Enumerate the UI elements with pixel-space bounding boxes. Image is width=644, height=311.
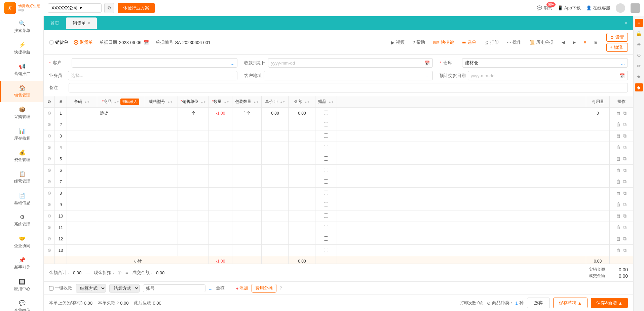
row-amount-cell[interactable] <box>289 199 315 210</box>
row-copy-button[interactable]: ⧉ <box>622 178 627 185</box>
expected-date-calendar-icon[interactable]: 📅 <box>619 73 625 78</box>
sidebar-item-wechat[interactable]: 💬 企业微信 <box>0 296 43 311</box>
row-goods-cell[interactable] <box>97 199 144 210</box>
online-service-button[interactable]: 👤 在线客服 <box>586 5 610 11</box>
row-goods-cell[interactable] <box>97 210 144 222</box>
row-unit-cell[interactable] <box>178 153 209 165</box>
row-barcode-cell[interactable] <box>67 119 97 130</box>
amount-sort-icon[interactable]: ▲▼ <box>304 101 310 104</box>
row-qty-cell[interactable] <box>209 210 232 222</box>
row-qty-cell[interactable] <box>209 188 232 199</box>
toolbar-history-button[interactable]: 📜 历史单据 <box>527 38 556 46</box>
toolbar-grid-view-button[interactable]: ⊞ <box>592 39 600 46</box>
rp-add-button[interactable]: ⊕ <box>635 40 643 48</box>
sidebar-item-base-info[interactable]: 📄 基础信息 <box>0 188 43 210</box>
one-click-pay-checkbox[interactable]: 一键收款 <box>49 285 72 291</box>
row-delete-button[interactable]: 🗑 <box>615 110 621 116</box>
calendar-icon[interactable]: 📅 <box>144 40 149 45</box>
row-settings-icon[interactable]: ⚙ <box>47 248 51 253</box>
row-copy-button[interactable]: ⧉ <box>622 132 627 140</box>
row-pack-qty-cell[interactable] <box>232 210 262 222</box>
row-unit-cell[interactable] <box>178 210 209 222</box>
row-spec-cell[interactable] <box>144 222 178 233</box>
row-settings-icon[interactable]: ⚙ <box>47 156 51 161</box>
row-amount-cell[interactable] <box>289 165 315 176</box>
abandon-button[interactable]: 放弃 <box>527 298 550 308</box>
row-goods-cell[interactable]: 拆货 <box>97 108 144 119</box>
row-delete-button[interactable]: 🗑 <box>615 132 621 139</box>
row-delete-button[interactable]: 🗑 <box>615 247 621 254</box>
row-barcode-cell[interactable] <box>67 142 97 153</box>
account-input[interactable] <box>143 284 205 292</box>
row-copy-button[interactable]: ⧉ <box>622 144 627 151</box>
row-spec-cell[interactable] <box>144 176 178 188</box>
row-gift-cell[interactable] <box>315 119 337 130</box>
row-barcode-cell[interactable] <box>67 199 97 210</box>
add-payment-button[interactable]: ● 添加 <box>236 285 248 291</box>
row-delete-button[interactable]: 🗑 <box>615 190 621 196</box>
tab-home[interactable]: 首页 <box>44 17 66 29</box>
row-barcode-cell[interactable] <box>67 233 97 245</box>
radio-return-order[interactable]: 退货单 <box>74 39 93 45</box>
row-pack-qty-cell[interactable] <box>232 199 262 210</box>
one-click-pay-input[interactable] <box>49 286 53 290</box>
debt-info-icon[interactable]: ? <box>117 301 119 305</box>
row-goods-cell[interactable] <box>97 119 144 130</box>
row-barcode-cell[interactable] <box>67 153 97 165</box>
settings-gear-button[interactable]: ⚙ <box>104 3 114 13</box>
row-amount-cell[interactable] <box>289 210 315 222</box>
qty-sort-icon[interactable]: ▲▼ <box>224 101 229 104</box>
row-barcode-cell[interactable] <box>67 108 97 119</box>
row-delete-button[interactable]: 🗑 <box>615 212 621 219</box>
rp-list-view-button[interactable]: ≡ <box>635 19 643 27</box>
row-pack-qty-cell[interactable] <box>232 153 262 165</box>
row-unit-cell[interactable] <box>178 142 209 153</box>
avatar2[interactable] <box>631 3 640 13</box>
row-spec-cell[interactable] <box>144 233 178 245</box>
row-pack-qty-cell[interactable] <box>232 233 262 245</box>
toolbar-list-view-button[interactable]: ≡ <box>582 39 588 46</box>
row-spec-cell[interactable] <box>144 165 178 176</box>
row-delete-button[interactable]: 🗑 <box>615 235 621 242</box>
sidebar-item-sales[interactable]: 🏠 销售管理 <box>0 81 43 102</box>
sidebar-item-system[interactable]: ⚙ 系统管理 <box>0 210 43 231</box>
row-goods-cell[interactable] <box>97 142 144 153</box>
row-settings-icon[interactable]: ⚙ <box>47 202 51 207</box>
row-amount-cell[interactable] <box>289 188 315 199</box>
row-copy-button[interactable]: ⧉ <box>622 235 627 242</box>
row-amount-cell[interactable] <box>289 222 315 233</box>
row-qty-cell[interactable] <box>209 119 232 130</box>
row-copy-button[interactable]: ⧉ <box>622 155 627 162</box>
row-price-cell[interactable] <box>262 142 289 153</box>
row-goods-cell[interactable] <box>97 233 144 245</box>
sidebar-item-search[interactable]: 🔍 搜索菜单 <box>0 16 43 38</box>
row-goods-cell[interactable] <box>97 222 144 233</box>
row-spec-cell[interactable] <box>144 245 178 256</box>
barcode-sort-icon[interactable]: ▲▼ <box>84 101 90 104</box>
row-goods-cell[interactable] <box>97 245 144 256</box>
row-settings-icon[interactable]: ⚙ <box>47 179 51 184</box>
due-date-calendar-icon[interactable]: 📅 <box>424 61 430 66</box>
row-delete-button[interactable]: 🗑 <box>615 121 621 128</box>
bill-settings-button[interactable]: ⚙ 设置 <box>606 33 628 42</box>
due-date-input[interactable]: yyyy-mm-dd 📅 <box>268 58 432 68</box>
row-qty-cell[interactable] <box>209 199 232 210</box>
row-gift-cell[interactable] <box>315 245 337 256</box>
row-copy-button[interactable]: ⧉ <box>622 167 627 174</box>
row-gift-cell[interactable] <box>315 130 337 142</box>
row-spec-cell[interactable] <box>144 188 178 199</box>
tab-close-icon[interactable]: × <box>88 21 90 26</box>
row-qty-cell[interactable] <box>209 165 232 176</box>
tab-close-all-button[interactable]: ✕ <box>624 21 633 26</box>
row-copy-button[interactable]: ⧉ <box>622 121 627 128</box>
customer-input[interactable]: ... <box>72 58 237 68</box>
goods-sort-icon[interactable]: ▲▼ <box>114 101 119 104</box>
row-gift-cell[interactable] <box>315 142 337 153</box>
row-price-cell[interactable] <box>262 153 289 165</box>
row-unit-cell[interactable] <box>178 222 209 233</box>
row-gift-checkbox[interactable] <box>324 133 328 138</box>
row-price-cell[interactable] <box>262 165 289 176</box>
toolbar-help-button[interactable]: ? 帮助 <box>411 38 427 46</box>
row-barcode-cell[interactable] <box>67 210 97 222</box>
row-settings-icon[interactable]: ⚙ <box>47 133 51 139</box>
